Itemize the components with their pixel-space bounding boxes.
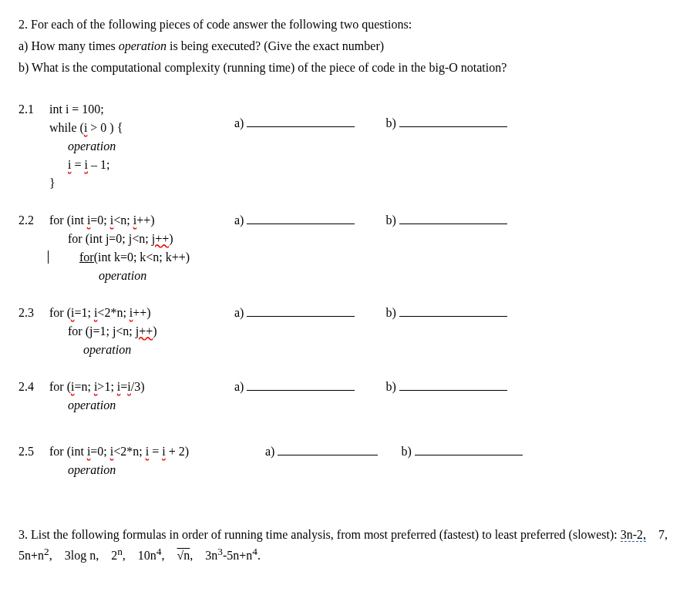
formula-8: 3n3-5n+n4. <box>205 549 261 562</box>
code-text: for (int <box>49 213 87 227</box>
answer-area: a) b) <box>234 304 538 322</box>
operation-word: operation <box>68 139 116 153</box>
code-text: ++) <box>136 213 154 227</box>
code-text: int k=0; k<n; k++) <box>98 250 190 264</box>
code-text: >1; <box>97 380 116 393</box>
q3-intro: 3. List the following formulas in order … <box>19 528 621 541</box>
operation-word: operation <box>68 463 116 476</box>
answer-blank-b[interactable] <box>415 444 523 455</box>
answer-blank-b[interactable] <box>399 116 507 127</box>
problem-2-2: 2.2 for (int i=0; i<n; i++) for (int j=0… <box>19 211 681 285</box>
q2a-italic: operation <box>119 39 167 52</box>
problem-2-3: 2.3 for (i=1; i<2*n; i++) for (j=1; j<n;… <box>19 304 681 359</box>
answer-blank-a[interactable] <box>278 444 378 455</box>
label-a: a) <box>234 114 244 133</box>
problem-2-4: 2.4 for (i=n; i>1; i=i/3) operation a) b… <box>19 378 681 415</box>
label-a: a) <box>265 442 274 461</box>
code-text: for (int <box>49 445 87 458</box>
answer-blank-a[interactable] <box>247 379 355 391</box>
label-b: b) <box>385 211 395 230</box>
answer-area: a) b) <box>234 100 538 133</box>
formula-4: 3log n, <box>65 549 99 562</box>
formula-5: 2n, <box>111 549 126 562</box>
answer-area: a) b) <box>234 211 538 230</box>
code-block: int i = 100; while (i > 0 ) { operation … <box>49 100 234 193</box>
problem-2-1: 2.1 int i = 100; while (i > 0 ) { operat… <box>19 100 681 193</box>
label-b: b) <box>385 114 395 133</box>
answer-blank-a[interactable] <box>247 213 355 224</box>
q2a-prefix: a) How many times <box>19 39 119 52</box>
formula-6: 10n4, <box>138 549 165 562</box>
problem-2-5: 2.5 for (int i=0; i<2*n; i = i + 2) oper… <box>19 442 681 479</box>
code-text: for ( <box>49 306 71 319</box>
problem-num: 2.4 <box>19 378 49 396</box>
code-text: =1; <box>74 306 93 319</box>
label-b: b) <box>401 442 411 461</box>
code-block: for (i=1; i<2*n; i++) for (j=1; j<n; j++… <box>49 304 234 359</box>
problem-num: 2.3 <box>19 304 49 322</box>
code-text: + 2) <box>166 445 189 458</box>
operation-word: operation <box>99 269 146 282</box>
code-text: for( <box>79 250 98 264</box>
q2-part-a: a) How many times operation is being exe… <box>19 37 681 55</box>
code-line: } <box>49 176 56 190</box>
code-text: ) <box>153 324 156 338</box>
label-a: a) <box>234 378 244 396</box>
code-text: ) <box>169 232 173 245</box>
answer-blank-b[interactable] <box>399 213 507 224</box>
answer-blank-a[interactable] <box>247 305 355 317</box>
problem-num: 2.1 <box>19 100 49 119</box>
code-var: j++ <box>152 232 170 245</box>
code-text: <n; <box>113 213 133 227</box>
problem-num: 2.2 <box>19 211 49 230</box>
q2a-suffix: is being executed? (Give the exact numbe… <box>167 39 384 52</box>
code-text: =n; <box>74 380 93 393</box>
code-text: =0; <box>90 445 109 458</box>
code-text: = <box>149 445 162 458</box>
text-cursor <box>48 250 79 264</box>
answer-area: a) b) <box>265 442 554 461</box>
label-a: a) <box>234 304 244 322</box>
code-text: /3) <box>131 380 145 393</box>
code-block: for (int i=0; i<n; i++) for (int j=0; j<… <box>49 211 234 285</box>
code-block: for (int i=0; i<2*n; i = i + 2) operatio… <box>49 442 265 479</box>
answer-area: a) b) <box>234 378 538 396</box>
label-b: b) <box>385 378 395 396</box>
label-a: a) <box>234 211 244 230</box>
answer-blank-a[interactable] <box>247 116 355 127</box>
code-text: = <box>71 158 84 171</box>
label-b: b) <box>385 304 395 322</box>
answer-blank-b[interactable] <box>399 305 507 317</box>
question-3: 3. List the following formulas in order … <box>19 526 681 565</box>
code-text: > 0 ) { <box>87 121 123 134</box>
formula-3: 5n+n2, <box>19 549 52 562</box>
code-text: <2*n; <box>113 445 145 458</box>
code-text: – 1; <box>88 158 109 171</box>
code-block: for (i=n; i>1; i=i/3) operation <box>49 378 234 415</box>
code-text: = <box>120 380 127 393</box>
code-text: for (j=1; j<n; <box>68 324 136 338</box>
code-line: int i = 100; <box>49 103 104 116</box>
formula-2: 7, <box>658 528 668 541</box>
formula-7: √n, <box>177 549 194 562</box>
code-text: <2*n; <box>97 306 129 319</box>
operation-word: operation <box>68 398 116 412</box>
code-text: while ( <box>49 121 84 134</box>
problem-num: 2.5 <box>19 442 49 461</box>
code-text: ++) <box>133 306 150 319</box>
code-var: j++ <box>136 324 153 338</box>
answer-blank-b[interactable] <box>399 379 507 391</box>
code-text: for ( <box>49 380 71 393</box>
q2-part-b: b) What is the computational complexity … <box>19 59 681 77</box>
q2-intro: 2. For each of the following pieces of c… <box>19 15 681 34</box>
code-text: =0; <box>90 213 109 227</box>
operation-word: operation <box>83 343 131 356</box>
formula-1: 3n-2, <box>621 528 646 542</box>
code-text: for (int j=0; j<n; <box>68 232 152 245</box>
